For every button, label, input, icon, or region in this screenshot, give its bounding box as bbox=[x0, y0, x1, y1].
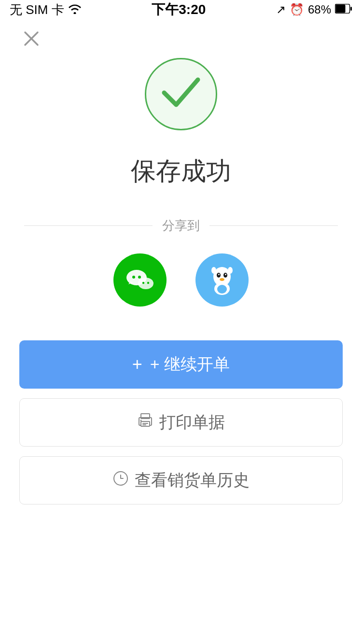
continue-label: + 继续开单 bbox=[150, 353, 230, 376]
svg-point-16 bbox=[220, 278, 224, 281]
close-button[interactable] bbox=[19, 27, 43, 51]
success-icon-circle bbox=[145, 58, 217, 130]
qq-share-button[interactable] bbox=[195, 253, 249, 307]
divider-line-right bbox=[209, 225, 338, 226]
print-icon bbox=[137, 413, 153, 432]
svg-point-9 bbox=[142, 281, 144, 283]
svg-point-14 bbox=[218, 274, 220, 275]
status-left: 无 SIM 卡 bbox=[10, 1, 82, 18]
battery-percent: 68% bbox=[308, 3, 331, 16]
print-button[interactable]: 打印单据 bbox=[19, 398, 343, 447]
wifi-icon bbox=[68, 2, 82, 17]
battery-icon bbox=[335, 3, 352, 16]
continue-button[interactable]: + + 继续开单 bbox=[19, 340, 343, 389]
svg-rect-2 bbox=[350, 7, 352, 11]
share-label: 分享到 bbox=[153, 217, 209, 234]
svg-point-26 bbox=[140, 420, 142, 421]
alarm-icon: ⏰ bbox=[290, 3, 304, 16]
svg-point-6 bbox=[138, 278, 153, 289]
svg-point-18 bbox=[217, 285, 227, 294]
no-sim-label: 无 SIM 卡 bbox=[10, 1, 64, 18]
plus-icon: + bbox=[132, 354, 142, 375]
svg-point-20 bbox=[228, 267, 233, 274]
status-bar: 无 SIM 卡 下午3:20 ↗ ⏰ 68% bbox=[0, 0, 362, 19]
action-buttons: + + 继续开单 打印单据 bbox=[0, 340, 362, 504]
svg-point-15 bbox=[225, 274, 226, 275]
status-right: ↗ ⏰ 68% bbox=[276, 3, 352, 16]
history-button[interactable]: 查看销货单历史 bbox=[19, 456, 343, 504]
history-label: 查看销货单历史 bbox=[135, 469, 250, 491]
location-icon: ↗ bbox=[276, 3, 286, 16]
svg-rect-1 bbox=[335, 5, 345, 13]
share-divider: 分享到 bbox=[0, 217, 362, 234]
svg-point-13 bbox=[223, 273, 227, 278]
history-icon bbox=[112, 470, 129, 490]
divider-line-left bbox=[24, 225, 153, 226]
svg-point-7 bbox=[132, 276, 135, 279]
wechat-share-button[interactable] bbox=[113, 253, 167, 307]
main-content: 保存成功 分享到 bbox=[0, 19, 362, 504]
svg-point-10 bbox=[147, 281, 149, 283]
svg-rect-25 bbox=[142, 424, 146, 425]
status-time: 下午3:20 bbox=[152, 0, 206, 19]
success-title: 保存成功 bbox=[131, 154, 231, 188]
share-icons-row bbox=[113, 253, 249, 307]
svg-point-8 bbox=[138, 276, 141, 279]
print-label: 打印单据 bbox=[159, 411, 225, 434]
svg-point-19 bbox=[211, 267, 216, 274]
svg-point-12 bbox=[217, 273, 221, 278]
checkmark-icon bbox=[162, 75, 200, 113]
svg-rect-24 bbox=[142, 423, 148, 424]
